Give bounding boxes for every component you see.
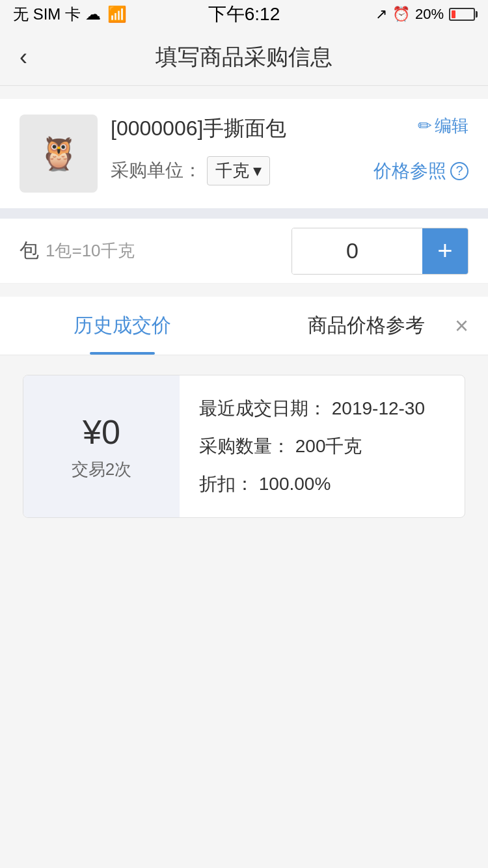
- discount-row: 折扣： 100.00%: [199, 470, 445, 498]
- dropdown-icon: ▾: [253, 161, 262, 181]
- tab-product-label: 商品价格参考: [308, 312, 425, 339]
- history-price: ¥0: [83, 413, 120, 452]
- product-header: [0000006]手撕面包 ✏ 编辑: [111, 115, 468, 143]
- unit-select-button[interactable]: 千克 ▾: [207, 156, 270, 185]
- section-divider: [0, 208, 488, 219]
- discount-value: 100.00%: [259, 474, 331, 494]
- product-image: 🦉: [20, 115, 98, 193]
- tab-history-label: 历史成交价: [74, 312, 171, 339]
- battery-icon: [449, 8, 475, 21]
- trade-count: 交易2次: [72, 458, 131, 481]
- tab-history-price[interactable]: 历史成交价: [0, 297, 244, 355]
- alarm-icon: ⏰: [392, 6, 410, 23]
- unit-hint: 包 1包=10千克: [20, 237, 135, 264]
- unit-badge: 包: [20, 237, 39, 264]
- quantity-row: 包 1包=10千克 +: [0, 219, 488, 284]
- unit-label-row: 采购单位： 千克 ▾: [111, 156, 270, 185]
- close-button[interactable]: ×: [455, 312, 468, 340]
- recent-date-row: 最近成交日期： 2019-12-30: [199, 395, 445, 422]
- edit-icon: ✏: [418, 116, 432, 136]
- edit-label: 编辑: [435, 115, 468, 137]
- quantity-detail-label: 采购数量：: [199, 436, 290, 456]
- recent-date-value: 2019-12-30: [332, 398, 425, 418]
- product-unit-row: 采购单位： 千克 ▾ 价格参照 ?: [111, 156, 468, 185]
- discount-label: 折扣：: [199, 474, 254, 494]
- status-time: 下午6:12: [208, 2, 280, 27]
- location-icon: ↗: [375, 6, 387, 23]
- unit-prefix: 采购单位：: [111, 160, 202, 180]
- product-name: [0000006]手撕面包: [111, 115, 286, 143]
- product-logo: 🦉: [38, 135, 79, 172]
- quantity-row-detail: 采购数量： 200千克: [199, 433, 445, 460]
- page-title: 填写商品采购信息: [156, 42, 332, 72]
- tab-bar: 历史成交价 商品价格参考 ×: [0, 297, 488, 355]
- recent-date-label: 最近成交日期：: [199, 398, 327, 418]
- product-card: 🦉 [0000006]手撕面包 ✏ 编辑 采购单位： 千克 ▾ 价格参照 ?: [0, 99, 488, 208]
- status-bar: 无 SIM 卡 ☁ 📶 下午6:12 ↗ ⏰ 20%: [0, 0, 488, 29]
- nav-bar: ‹ 填写商品采购信息: [0, 29, 488, 86]
- battery-fill: [452, 10, 455, 18]
- wifi-icon: 📶: [107, 5, 127, 23]
- edit-button[interactable]: ✏ 编辑: [418, 115, 468, 137]
- quantity-input[interactable]: [292, 228, 422, 274]
- product-info: [0000006]手撕面包 ✏ 编辑 采购单位： 千克 ▾ 价格参照 ?: [111, 115, 468, 185]
- help-icon: ?: [450, 162, 468, 180]
- status-left: 无 SIM 卡 ☁ 📶: [13, 4, 127, 25]
- battery-percent: 20%: [415, 6, 444, 23]
- back-button[interactable]: ‹: [20, 46, 27, 69]
- price-reference-button[interactable]: 价格参照 ?: [373, 159, 468, 183]
- detail-section: 最近成交日期： 2019-12-30 采购数量： 200千克 折扣： 100.0…: [180, 375, 465, 517]
- content-area: 历史成交价 商品价格参考 × ¥0 交易2次 最近成交日期： 2019-12-3…: [0, 297, 488, 817]
- quantity-input-wrap: +: [291, 228, 468, 275]
- unit-conversion: 1包=10千克: [46, 239, 135, 262]
- history-card: ¥0 交易2次 最近成交日期： 2019-12-30 采购数量： 200千克 折…: [23, 375, 465, 518]
- product-title: 手撕面包: [203, 116, 286, 140]
- status-right: ↗ ⏰ 20%: [375, 6, 475, 23]
- quantity-plus-button[interactable]: +: [422, 228, 468, 274]
- product-id: [0000006]: [111, 116, 203, 140]
- quantity-detail-value: 200千克: [295, 436, 362, 456]
- sim-status: 无 SIM 卡 ☁: [13, 4, 101, 25]
- tab-product-price[interactable]: 商品价格参考: [244, 297, 488, 355]
- price-ref-label: 价格参照: [373, 159, 446, 183]
- unit-value: 千克: [215, 159, 249, 182]
- price-section: ¥0 交易2次: [23, 375, 180, 517]
